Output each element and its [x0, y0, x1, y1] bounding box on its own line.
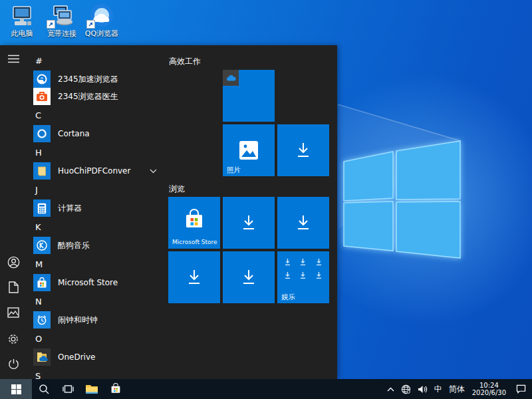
document-icon — [9, 281, 19, 293]
app-item-cortana[interactable]: Cortana — [27, 125, 168, 142]
tile-microsoft-store[interactable]: Microsoft Store — [168, 197, 220, 249]
shortcut-arrow-icon — [86, 20, 95, 29]
pdf-folder-icon — [33, 162, 51, 180]
section-letter-label: N — [35, 297, 42, 307]
app-item-onedrive[interactable]: OneDrive — [27, 348, 168, 366]
windows-logo-icon — [11, 384, 21, 394]
microsoft-store-icon — [110, 383, 122, 395]
store-taskbar-button[interactable] — [104, 379, 128, 399]
desktop-icon-broadband[interactable]: 宽带连接 — [41, 3, 82, 38]
chevron-up-icon — [387, 387, 394, 392]
action-center-button[interactable] — [510, 379, 532, 399]
app-item-2345-doctor[interactable]: 2345浏览器医生 — [27, 88, 168, 105]
speaker-icon — [418, 385, 428, 394]
browser-doctor-2345-icon — [33, 88, 51, 105]
clock-time: 10:24 — [472, 382, 506, 389]
download-icon — [239, 268, 258, 287]
tile-download-2[interactable] — [223, 197, 275, 249]
hamburger-icon — [8, 55, 19, 63]
section-letter-label: O — [35, 334, 42, 344]
action-center-icon — [516, 384, 526, 394]
app-item-2345-browser[interactable]: 2345加速浏览器 — [27, 70, 168, 88]
documents-button[interactable] — [7, 281, 20, 294]
onedrive-icon — [33, 348, 51, 366]
app-item-kugou-music[interactable]: 酷狗音乐 — [27, 237, 168, 254]
task-view-button[interactable] — [56, 379, 80, 399]
app-item-label: OneDrive — [58, 352, 95, 362]
app-item-microsoft-store[interactable]: Microsoft Store — [27, 274, 168, 291]
section-letter-s[interactable]: S — [27, 366, 168, 379]
kugou-music-icon — [33, 237, 51, 254]
tile-download-1[interactable] — [277, 124, 329, 176]
mini-download-icons — [284, 258, 323, 279]
file-explorer-button[interactable] — [80, 379, 104, 399]
account-icon — [7, 256, 20, 269]
section-letter-j[interactable]: J — [27, 180, 168, 200]
network-button[interactable] — [398, 379, 414, 399]
desktop-icon-label: QQ浏览器 — [81, 30, 122, 38]
app-item-label: 2345浏览器医生 — [58, 91, 118, 102]
tile-download-4[interactable] — [168, 251, 220, 303]
tile-onedrive[interactable] — [223, 70, 275, 122]
tile-download-5[interactable] — [223, 251, 275, 303]
desktop-screen: 此电脑 宽带连接 — [0, 0, 532, 399]
app-item-label: 酷狗音乐 — [58, 240, 90, 251]
app-folder-huochipdfconver[interactable]: HuoChiPDFConver — [27, 162, 168, 180]
app-item-alarms-clock[interactable]: 闹钟和时钟 — [27, 311, 168, 329]
show-hidden-icons-button[interactable] — [384, 379, 398, 399]
clock-button[interactable]: 10:24 2020/6/30 — [468, 379, 510, 399]
app-item-label: Microsoft Store — [58, 278, 118, 287]
section-letter-hash[interactable]: # — [27, 51, 168, 70]
download-icon — [185, 268, 203, 287]
network-globe-icon — [401, 384, 411, 394]
ime-language-label: 简体 — [449, 384, 465, 395]
chevron-down-icon[interactable] — [150, 169, 157, 174]
tile-download-3[interactable] — [277, 197, 329, 249]
tile-label: 娱乐 — [281, 293, 295, 301]
tile-photos[interactable]: 照片 — [223, 124, 275, 176]
onedrive-cloud-icon — [223, 70, 239, 86]
section-letter-c[interactable]: C — [27, 105, 168, 125]
section-letter-m[interactable]: M — [27, 254, 168, 274]
pictures-icon — [7, 307, 19, 318]
section-letter-k[interactable]: K — [27, 217, 168, 237]
taskbar: 中 简体 10:24 2020/6/30 — [0, 379, 532, 399]
section-letter-label: M — [35, 259, 43, 269]
clock-date: 2020/6/30 — [472, 389, 506, 396]
ime-language-button[interactable]: 简体 — [446, 379, 468, 399]
section-letter-label: K — [35, 222, 41, 232]
settings-button[interactable] — [7, 332, 20, 346]
section-letter-label: J — [35, 185, 38, 195]
app-item-calculator[interactable]: 计算器 — [27, 200, 168, 217]
expand-menu-button[interactable] — [7, 52, 20, 65]
section-letter-label: S — [35, 371, 41, 380]
section-letter-n[interactable]: N — [27, 291, 168, 311]
section-letter-label: C — [35, 110, 41, 120]
desktop-icon-this-pc[interactable]: 此电脑 — [1, 3, 43, 38]
ime-mode-button[interactable]: 中 — [431, 379, 446, 399]
start-menu-rail — [0, 45, 27, 379]
power-button[interactable] — [7, 357, 20, 370]
pictures-button[interactable] — [7, 306, 20, 319]
app-list: # 2345加速浏览器 2345浏览器医生 C — [27, 45, 168, 379]
app-item-label: Cortana — [58, 129, 90, 138]
microsoft-store-icon — [33, 274, 51, 291]
start-button[interactable] — [0, 379, 32, 399]
tile-label: 照片 — [227, 166, 241, 174]
account-button[interactable] — [7, 255, 20, 269]
qq-browser-icon — [81, 3, 122, 29]
search-button[interactable] — [32, 379, 56, 399]
search-icon — [39, 384, 49, 394]
system-tray: 中 简体 10:24 2020/6/30 — [384, 379, 532, 399]
tile-folder-entertainment[interactable]: 娱乐 — [277, 251, 329, 303]
section-letter-label: H — [35, 148, 42, 158]
tile-group-title: 浏览 — [169, 184, 185, 195]
power-icon — [8, 358, 19, 370]
start-menu: # 2345加速浏览器 2345浏览器医生 C — [0, 45, 337, 379]
ime-mode-label: 中 — [434, 384, 442, 395]
section-letter-o[interactable]: O — [27, 329, 168, 348]
this-pc-icon — [1, 3, 43, 29]
desktop-icon-qq-browser[interactable]: QQ浏览器 — [81, 3, 122, 38]
section-letter-h[interactable]: H — [27, 142, 168, 162]
volume-button[interactable] — [414, 379, 431, 399]
